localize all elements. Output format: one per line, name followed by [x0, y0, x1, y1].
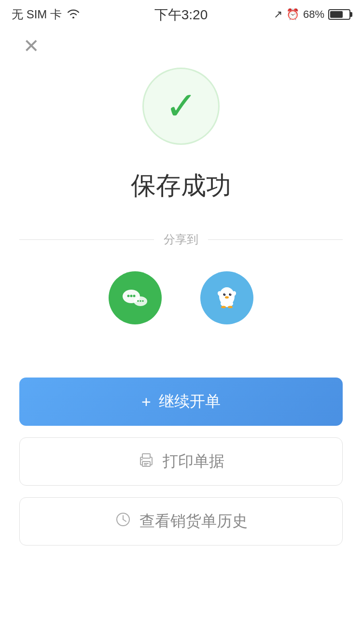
svg-rect-25	[144, 464, 147, 465]
action-buttons: + 继续开单 打印单据	[0, 378, 362, 546]
status-left: 无 SIM 卡	[12, 7, 80, 22]
svg-point-2	[130, 295, 133, 297]
checkmark-icon: ✓	[165, 87, 197, 126]
status-right: ↗ ⏰ 68%	[274, 8, 350, 21]
close-icon: ✕	[23, 35, 40, 57]
close-button[interactable]: ✕	[19, 34, 43, 58]
svg-point-3	[133, 295, 136, 297]
status-bar: 无 SIM 卡 下午3:20 ↗ ⏰ 68%	[0, 0, 362, 29]
svg-point-17	[221, 306, 226, 308]
svg-point-26	[141, 459, 143, 461]
svg-line-29	[123, 519, 126, 521]
continue-button[interactable]: + 继续开单	[19, 378, 343, 426]
svg-rect-22	[142, 454, 150, 458]
print-icon	[138, 451, 155, 472]
share-label: 分享到	[154, 232, 208, 247]
location-icon: ↗	[274, 8, 282, 21]
status-time: 下午3:20	[154, 6, 208, 24]
qq-icon	[210, 281, 244, 315]
battery-pct: 68%	[303, 8, 324, 21]
wifi-icon	[67, 8, 80, 21]
svg-rect-24	[144, 463, 149, 464]
sim-status: 无 SIM 卡	[12, 7, 62, 22]
qq-share-button[interactable]	[200, 271, 253, 324]
share-section: 分享到	[0, 232, 362, 329]
svg-point-14	[230, 294, 231, 294]
plus-icon: +	[141, 392, 151, 411]
svg-point-18	[228, 306, 233, 308]
share-divider: 分享到	[0, 232, 362, 247]
svg-point-13	[224, 294, 225, 294]
history-button[interactable]: 查看销货单历史	[19, 497, 343, 546]
svg-point-12	[229, 294, 232, 296]
continue-label: 继续开单	[159, 391, 221, 412]
alarm-icon: ⏰	[286, 8, 299, 21]
svg-point-15	[225, 296, 229, 299]
share-line-left	[19, 239, 154, 240]
svg-point-11	[223, 294, 226, 296]
print-label: 打印单据	[163, 451, 224, 472]
battery-icon	[328, 9, 350, 20]
svg-point-7	[142, 300, 144, 302]
success-circle: ✓	[142, 68, 220, 145]
svg-point-5	[137, 300, 139, 302]
history-label: 查看销货单历史	[139, 511, 248, 532]
share-line-right	[208, 239, 343, 240]
svg-point-1	[127, 295, 130, 297]
success-title: 保存成功	[131, 169, 231, 203]
print-button[interactable]: 打印单据	[19, 437, 343, 486]
wechat-share-button[interactable]	[109, 271, 162, 324]
share-icons-container	[0, 271, 362, 324]
svg-point-6	[139, 300, 141, 302]
wechat-icon	[118, 281, 152, 315]
clock-icon	[114, 511, 132, 532]
main-content: ✓ 保存成功 分享到	[0, 29, 362, 546]
